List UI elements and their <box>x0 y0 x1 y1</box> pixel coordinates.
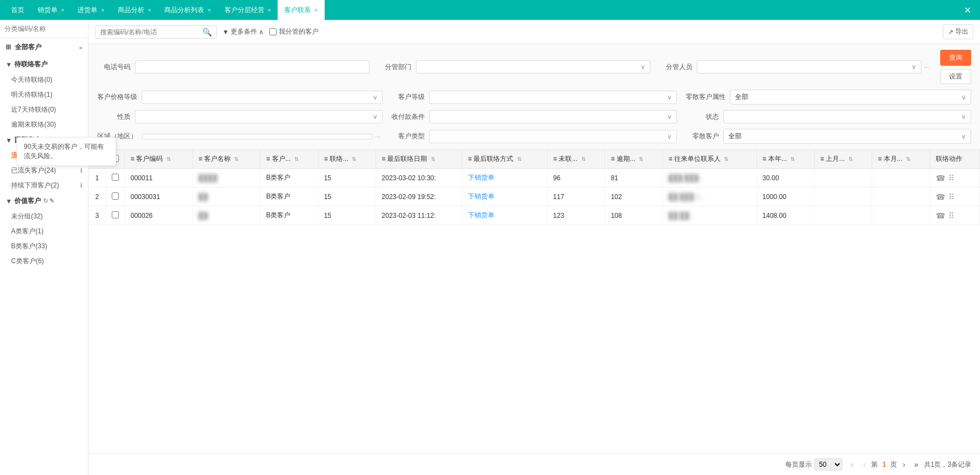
filter-retail-select[interactable]: 全部 ∨ <box>723 129 971 144</box>
global-close-button[interactable]: ✕ <box>960 5 976 15</box>
row-nc-2: 117 <box>548 187 605 206</box>
th-last-method[interactable]: ≡ 最后联络方式 ⇅ <box>462 150 547 169</box>
sidebar-item-class-c[interactable]: C类客户(6) <box>0 254 88 269</box>
filter-status-label: 状态 <box>686 112 719 122</box>
row-checkbox-1 <box>106 169 125 187</box>
close-sales-icon[interactable]: × <box>61 7 64 13</box>
contact-icon-3[interactable]: ☎ <box>936 211 945 220</box>
my-customers-checkbox[interactable] <box>269 28 277 35</box>
export-button[interactable]: ↗ 导出 <box>943 24 973 39</box>
my-customers-toggle[interactable]: 我分管的客户 <box>269 27 319 36</box>
filter-nature-select[interactable]: ∨ <box>135 110 383 123</box>
th-type[interactable]: ≡ 客户... ⇅ <box>260 150 318 169</box>
sort-arrow-code: ⇅ <box>166 156 171 162</box>
filter-payment-label: 收付款条件 <box>392 112 425 122</box>
close-analysis-list-icon[interactable]: × <box>207 7 211 13</box>
sidebar-item-declining[interactable]: 持续下滑客户(2) ℹ <box>0 178 88 193</box>
sidebar-item-7days[interactable]: 近7天待联络(0) <box>0 102 88 117</box>
row-select-3[interactable] <box>112 211 119 218</box>
th-contact2[interactable]: ≡ 往来单位联系人 ⇅ <box>663 150 757 169</box>
edit-icon[interactable]: ✎ <box>49 197 54 205</box>
next-page-btn[interactable]: › <box>899 459 909 470</box>
more-conditions-btn[interactable]: ▼ 更多条件 ∧ <box>222 27 264 36</box>
th-contact[interactable]: ≡ 联络... ⇅ <box>318 150 376 169</box>
sidebar-item-tomorrow[interactable]: 明天待联络(1) <box>0 87 88 102</box>
query-button[interactable]: 查询 <box>940 50 971 66</box>
th-not-contacted[interactable]: ≡ 未联... ⇅ <box>548 150 605 169</box>
arrow-down-icon-3: ▼ <box>6 197 12 205</box>
row-select-2[interactable] <box>112 192 119 200</box>
per-page-select[interactable]: 50 100 200 <box>814 458 842 471</box>
prev-page-btn[interactable]: ‹ <box>860 459 869 470</box>
first-page-btn[interactable]: « <box>847 459 858 470</box>
close-analysis-icon[interactable]: × <box>148 7 151 13</box>
filter-dept-select[interactable]: ∨ <box>416 60 650 74</box>
contact-icon-2[interactable]: ☎ <box>936 192 945 201</box>
nav-purchase[interactable]: 进货单 × <box>71 0 111 20</box>
sidebar-item-class-b[interactable]: B类客户(33) <box>0 239 88 254</box>
filter-payment-select[interactable]: ∨ <box>429 110 677 123</box>
row-method-link-2[interactable]: 下销货单 <box>468 192 494 200</box>
filter-phone-input[interactable] <box>135 60 369 74</box>
row-c2-3: ██ ██... <box>663 206 757 225</box>
contact-icon-1[interactable]: ☎ <box>936 174 945 182</box>
region-dots-icon[interactable]: ··· <box>373 133 383 140</box>
refresh-icon[interactable]: ↻ <box>43 197 48 205</box>
th-last-date[interactable]: ≡ 最后联络日期 ⇅ <box>376 150 462 169</box>
total-info: 共1页，3条记录 <box>924 460 971 469</box>
sidebar-section-pending[interactable]: ▼ 待联络客户 <box>0 56 88 72</box>
sort-arrow-type: ⇅ <box>294 156 299 162</box>
th-name[interactable]: ≡ 客户名称 ⇅ <box>192 150 260 169</box>
th-overdue[interactable]: ≡ 逾期... ⇅ <box>605 150 663 169</box>
close-tier-icon[interactable]: × <box>268 7 271 13</box>
th-this-month[interactable]: ≡ 本月... ⇅ <box>872 150 930 169</box>
nav-customer-contact[interactable]: 客户联系 × <box>278 0 324 20</box>
row-select-1[interactable] <box>112 174 119 181</box>
row-action-2: ☎ ⠿ <box>930 187 979 206</box>
sidebar-all-customers[interactable]: ⊞ 全部客户 « <box>0 38 88 56</box>
sidebar-search-input[interactable] <box>4 25 87 33</box>
sort-arrow-method: ⇅ <box>517 156 522 162</box>
content-area: 🔍 ▼ 更多条件 ∧ 我分管的客户 ↗ 导出 电话号码 <box>88 20 980 475</box>
nav-customer-tier[interactable]: 客户分层经营 × <box>218 0 278 20</box>
filter-status-select[interactable]: ∨ <box>723 110 971 123</box>
last-page-btn[interactable]: » <box>911 459 922 470</box>
table-header-row: ⚙ ≡ 客户编码 ⇅ ≡ 客户名称 ⇅ <box>88 150 980 169</box>
filter-cust-level-label: 客户等级 <box>392 92 425 102</box>
row-name-3: ██ <box>192 206 260 225</box>
th-this-year[interactable]: ≡ 本年... ⇅ <box>757 150 814 169</box>
search-input[interactable] <box>100 28 202 36</box>
sort-icon-lm: ≡ <box>820 155 824 163</box>
filter-row-3: 性质 ∨ 收付款条件 ∨ 状态 <box>97 110 971 123</box>
row-method-link-3[interactable]: 下销货单 <box>468 211 494 219</box>
nav-sales[interactable]: 销货单 × <box>31 0 71 20</box>
more-action-icon-2[interactable]: ⠿ <box>948 192 954 201</box>
row-method-link-1[interactable]: 下销货单 <box>468 174 494 181</box>
sidebar-item-today[interactable]: 今天待联络(0) <box>0 72 88 87</box>
th-code[interactable]: ≡ 客户编码 ⇅ <box>125 150 193 169</box>
table-row: 1 000011 ████ B类客户 15 2023-03-02 10:30: … <box>88 169 980 187</box>
filter-search-icon[interactable]: 🔍 <box>202 28 212 36</box>
row-lm-2 <box>814 187 872 206</box>
sidebar-item-ungrouped[interactable]: 未分组(32) <box>0 209 88 224</box>
nav-analysis[interactable]: 商品分析 × <box>111 0 158 20</box>
sidebar-search-area: 🔍 <box>0 20 88 38</box>
th-last-month[interactable]: ≡ 上月... ⇅ <box>814 150 872 169</box>
filter-price-select[interactable]: ∨ <box>142 91 383 104</box>
filter-cust-level-select[interactable]: ∨ <box>429 91 677 104</box>
filter-cust-type-select[interactable]: ∨ <box>429 130 677 143</box>
person-dots-icon[interactable]: ··· <box>921 63 931 71</box>
settings-button[interactable]: 设置 <box>940 69 971 84</box>
nav-analysis-list[interactable]: 商品分析列表 × <box>158 0 217 20</box>
filter-retail-attr-select[interactable]: 全部 ∨ <box>730 90 971 105</box>
sidebar-item-class-a[interactable]: A类客户(1) <box>0 224 88 239</box>
sidebar-section-value[interactable]: ▼ 价值客户 ↻ ✎ <box>0 193 88 209</box>
filter-person-select[interactable]: ∨ <box>697 60 921 74</box>
more-action-icon-1[interactable]: ⠿ <box>948 174 954 182</box>
filter-region-select[interactable] <box>142 134 373 139</box>
sidebar-item-overdue[interactable]: 逾期未联络(30) <box>0 117 88 132</box>
more-action-icon-3[interactable]: ⠿ <box>948 211 954 220</box>
close-contact-icon[interactable]: × <box>314 7 317 13</box>
nav-home[interactable]: 首页 <box>4 0 31 20</box>
close-purchase-icon[interactable]: × <box>101 7 104 13</box>
